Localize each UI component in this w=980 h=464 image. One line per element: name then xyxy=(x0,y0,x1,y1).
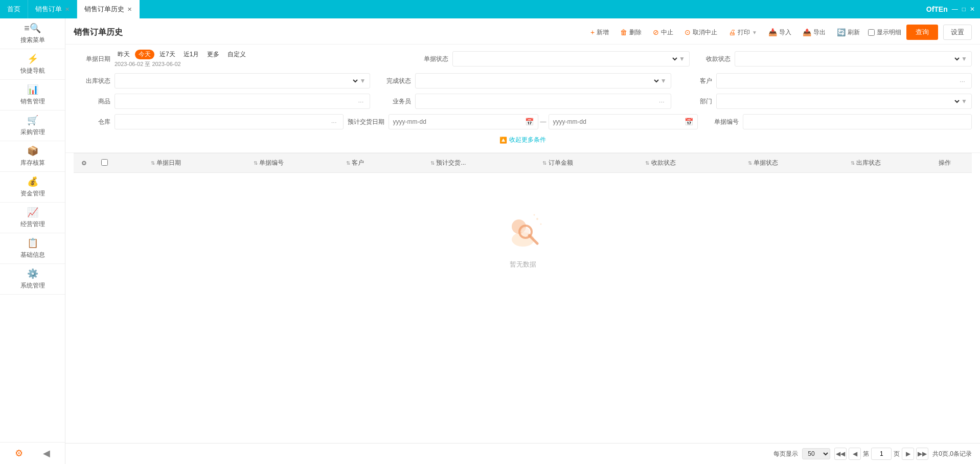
date-option-today[interactable]: 今天 xyxy=(135,50,154,59)
outbound-status-select[interactable] xyxy=(119,77,359,85)
window-close-icon[interactable]: ✕ xyxy=(970,6,975,13)
date-option-more[interactable]: 更多 xyxy=(204,50,222,59)
warehouse-input-wrapper[interactable]: ··· xyxy=(115,114,344,129)
refresh-button[interactable]: 🔄 刷新 xyxy=(834,26,863,39)
first-page-button[interactable]: ◀◀ xyxy=(834,448,847,460)
order-number-input-wrapper[interactable] xyxy=(743,114,972,129)
refresh-icon: 🔄 xyxy=(837,28,846,36)
sidebar-item-operations[interactable]: 📈 经营管理 xyxy=(0,203,65,233)
sidebar-item-sales-mgmt[interactable]: 📊 销售管理 xyxy=(0,80,65,111)
date-option-custom[interactable]: 自定义 xyxy=(224,50,249,59)
filter-payment-status: 收款状态 ▼ xyxy=(694,50,972,68)
warehouse-dots-icon[interactable]: ··· xyxy=(329,118,339,126)
goods-dots-icon[interactable]: ··· xyxy=(356,98,366,105)
customer-dots-icon[interactable]: ··· xyxy=(958,77,967,85)
salesperson-dots-icon[interactable]: ··· xyxy=(657,98,667,105)
export-button[interactable]: 📤 导出 xyxy=(800,26,829,39)
table-header-payment[interactable]: ⇅ 收款状态 xyxy=(609,153,712,173)
tab-sales-history[interactable]: 销售订单历史 ✕ xyxy=(77,0,140,18)
stop-label: 中止 xyxy=(661,28,673,37)
customer-input[interactable] xyxy=(721,77,955,84)
tab-home[interactable]: 首页 xyxy=(0,0,28,18)
delivery-date-to-wrapper[interactable]: 📅 xyxy=(549,114,698,129)
window-maximize-icon[interactable]: □ xyxy=(962,6,966,13)
date-option-1month[interactable]: 近1月 xyxy=(180,50,202,59)
sidebar-settings-icon[interactable]: ⚙ xyxy=(15,448,23,459)
table-header-delivery[interactable]: ⇅ 预计交货... xyxy=(390,153,507,173)
date-option-yesterday[interactable]: 昨天 xyxy=(115,50,133,59)
filter-goods: 商品 ··· xyxy=(74,94,374,109)
sidebar-item-sys-mgmt[interactable]: ⚙️ 系统管理 xyxy=(0,264,65,295)
order-number-input[interactable] xyxy=(747,118,967,125)
sidebar-collapse-icon[interactable]: ◀ xyxy=(43,448,50,459)
stop-button[interactable]: ⊘ 中止 xyxy=(650,26,676,39)
sidebar-item-purchase-mgmt[interactable]: 🛒 采购管理 xyxy=(0,111,65,141)
collapse-button[interactable]: 🔼 收起更多条件 xyxy=(499,134,546,146)
delivery-date-from-wrapper[interactable]: 📅 xyxy=(389,114,538,129)
delete-button[interactable]: 🗑 删除 xyxy=(617,26,645,39)
collapse-arrow-icon: 🔼 xyxy=(499,137,507,144)
order-status-select[interactable] xyxy=(457,55,679,63)
table-header-date[interactable]: ⇅ 单据日期 xyxy=(115,153,217,173)
warehouse-input[interactable] xyxy=(119,118,327,125)
delete-label: 删除 xyxy=(629,28,642,37)
customer-input-wrapper[interactable]: ··· xyxy=(716,73,972,89)
table-header-check[interactable] xyxy=(94,153,115,173)
sidebar-item-inventory[interactable]: 📦 库存核算 xyxy=(0,141,65,172)
department-select[interactable] xyxy=(721,97,961,105)
settings-icon[interactable]: ⚙ xyxy=(81,160,87,167)
date-option-7days[interactable]: 近7天 xyxy=(156,50,178,59)
goods-input[interactable] xyxy=(119,98,354,105)
sidebar-item-sys-mgmt-label: 系统管理 xyxy=(20,281,45,290)
complete-status-select-wrapper[interactable]: ▼ xyxy=(415,73,671,89)
add-button[interactable]: + 新增 xyxy=(587,26,612,39)
filter-delivery-date-label: 预计交货日期 xyxy=(348,118,389,126)
last-page-button[interactable]: ▶▶ xyxy=(916,448,928,460)
table-header-amount[interactable]: ⇅ 订单金额 xyxy=(506,153,609,173)
table-header-status[interactable]: ⇅ 单据状态 xyxy=(712,153,814,173)
sidebar-item-search-menu[interactable]: ≡🔍 搜索菜单 xyxy=(0,18,65,49)
query-button[interactable]: 查询 xyxy=(906,25,938,40)
payment-status-select[interactable] xyxy=(739,55,961,63)
settings-button[interactable]: 设置 xyxy=(943,25,972,40)
print-button[interactable]: 🖨 打印 ▼ xyxy=(725,26,760,39)
payment-status-select-wrapper[interactable]: ▼ xyxy=(735,51,972,67)
sort-icon-6: ⇅ xyxy=(645,160,649,166)
sidebar-item-finance[interactable]: 💰 资金管理 xyxy=(0,172,65,203)
goods-input-wrapper[interactable]: ··· xyxy=(115,94,370,109)
department-select-wrapper[interactable]: ▼ xyxy=(716,94,972,109)
next-page-button[interactable]: ▶ xyxy=(902,448,914,460)
cancel-stop-button[interactable]: ⊙ 取消中止 xyxy=(681,26,720,39)
table-header-customer[interactable]: ⇅ 客户 xyxy=(320,153,390,173)
complete-status-select[interactable] xyxy=(420,77,660,85)
page-size-select[interactable]: 50 20 100 xyxy=(802,448,830,459)
salesperson-input-wrapper[interactable]: ··· xyxy=(415,94,671,109)
close-sales-order-icon[interactable]: ✕ xyxy=(65,6,70,13)
filter-row-2: 出库状态 ▼ 完成状态 ▼ xyxy=(74,73,972,89)
import-button[interactable]: 📥 导入 xyxy=(765,26,794,39)
salesperson-input[interactable] xyxy=(420,98,654,105)
filter-order-status: 单据状态 ▼ xyxy=(412,50,694,68)
tab-sales-order[interactable]: 销售订单 ✕ xyxy=(28,0,77,18)
display-columns-checkbox[interactable] xyxy=(868,29,875,36)
close-sales-history-icon[interactable]: ✕ xyxy=(127,6,132,13)
outbound-status-select-wrapper[interactable]: ▼ xyxy=(115,73,370,89)
calendar-to-icon[interactable]: 📅 xyxy=(685,118,693,126)
table-header-settings[interactable]: ⚙ xyxy=(74,153,94,173)
table-header-number[interactable]: ⇅ 单据编号 xyxy=(217,153,320,173)
order-status-select-wrapper[interactable]: ▼ xyxy=(452,51,690,67)
filter-salesperson-label: 业务员 xyxy=(374,97,415,106)
prev-page-button[interactable]: ◀ xyxy=(849,448,861,460)
sidebar-item-quick-nav[interactable]: ⚡ 快捷导航 xyxy=(0,49,65,80)
print-label: 打印 xyxy=(738,28,750,37)
delivery-date-to-input[interactable] xyxy=(553,118,683,125)
table-select-all-checkbox[interactable] xyxy=(101,159,108,166)
display-columns-toggle[interactable]: 显示明细 xyxy=(868,28,901,37)
delivery-date-from-input[interactable] xyxy=(393,118,523,125)
calendar-from-icon[interactable]: 📅 xyxy=(525,118,534,126)
sidebar-item-basic-info[interactable]: 📋 基础信息 xyxy=(0,233,65,264)
sidebar-item-operations-label: 经营管理 xyxy=(20,220,45,229)
current-page-input[interactable] xyxy=(871,448,892,460)
window-minimize-icon[interactable]: — xyxy=(952,6,958,13)
table-header-outbound[interactable]: ⇅ 出库状态 xyxy=(814,153,917,173)
